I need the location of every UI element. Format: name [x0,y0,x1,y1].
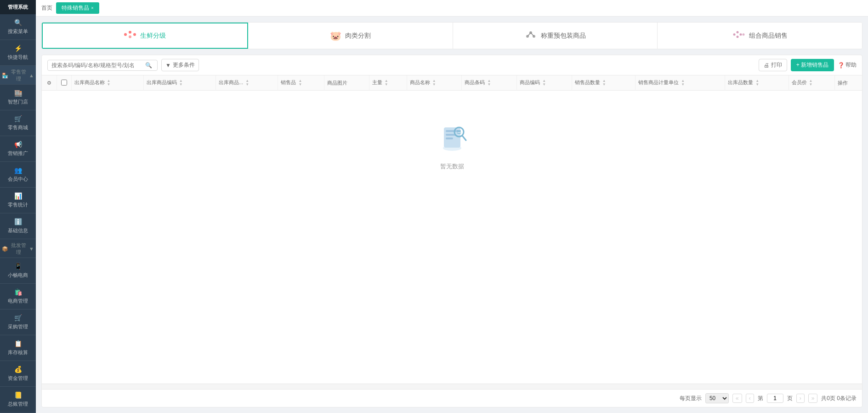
chevron-down-icon: ▲ [29,73,34,78]
sidebar-item-wholesale[interactable]: 📦 批发管理 ▼ [0,239,36,258]
svg-line-8 [531,33,534,36]
members-icon: 👥 [14,166,22,174]
th-sale-qty[interactable]: 销售品数量 ▲▼ [572,75,635,91]
last-page-btn[interactable]: » [808,394,818,403]
th-item-code[interactable]: 商品编码 ▲▼ [517,75,572,91]
meat-tab-label: 肉类分割 [345,32,371,40]
svg-point-13 [742,34,744,36]
per-page-label: 每页显示 [680,395,702,402]
category-tab-fresh[interactable]: 生鲜分级 [42,23,248,49]
th-sale-item[interactable]: 销售品 ▲▼ [278,75,324,91]
sort-icons: ▲▼ [542,79,546,86]
inventory-icon: 📋 [14,340,22,347]
th-item-img: 商品图片 [324,75,369,91]
th-out-name[interactable]: 出库商品名称 ▲▼ [71,75,143,91]
page-label: 第 [758,395,763,402]
horizontal-scrollbar[interactable] [42,384,862,389]
sort-icons: ▲▼ [755,79,759,86]
select-all-checkbox[interactable] [61,80,67,86]
th-settings[interactable]: ⚙ [42,75,57,91]
print-button[interactable]: 🖨 打印 [759,59,787,71]
sidebar: 管理系统 🔍 搜索菜单 ⚡ 快捷导航 🏪 零售管理 ▲ 🏬 智慧门店 🛒 零售商… [0,0,36,413]
svg-point-21 [457,130,459,132]
th-out-code[interactable]: 出库商品编码 ▲▼ [143,75,216,91]
sidebar-logo: 管理系统 [0,0,36,14]
sidebar-item-label: 营销推广 [8,150,28,157]
sidebar-item-finance[interactable]: 💰 资金管理 [0,361,36,387]
sidebar-item-inventory[interactable]: 📋 库存核算 [0,335,36,361]
sidebar-item-label: 库存核算 [8,349,28,356]
category-tab-combo[interactable]: 组合商品销售 [658,23,862,49]
per-page-select[interactable]: 50 10 20 100 [705,393,729,403]
th-checkbox[interactable] [57,75,71,91]
th-out-spec[interactable]: 出库商品... ▲▼ [216,75,278,91]
sidebar-item-miniecom[interactable]: 📱 小畅电商 [0,258,36,284]
sidebar-item-smartstore[interactable]: 🏬 智慧门店 [0,85,36,110]
search-box[interactable]: 🔍 [47,60,158,71]
th-sale-unit[interactable]: 销售商品计量单位 ▲▼ [635,75,725,91]
empty-icon [434,118,471,155]
th-out-qty[interactable]: 出库品数量 ▲▼ [725,75,789,91]
sidebar-item-purchase[interactable]: 🛒 采购管理 [0,310,36,335]
table-area: 🔍 ▼ 更多条件 🖨 打印 + 新增销售品 [41,55,862,407]
filter-icon: ▼ [165,62,171,69]
sidebar-item-ecom[interactable]: 🛍️ 电商管理 [0,284,36,310]
page-suffix: 页 [787,395,793,402]
th-member-price[interactable]: 会员价 ▲▼ [789,75,835,91]
total-label: 共0页 0条记录 [821,395,857,402]
sidebar-item-retailstats[interactable]: 📊 零售统计 [0,188,36,213]
chevron-down-icon: ▼ [29,246,34,252]
search-input[interactable] [51,62,143,69]
sidebar-item-label: 会员中心 [8,176,28,183]
sidebar-item-label: 快捷导航 [8,54,28,61]
page-input[interactable] [767,394,783,403]
sort-icons: ▲▼ [179,79,183,86]
sort-icons: ▲▼ [298,79,302,86]
fresh-tab-icon [124,30,136,41]
sidebar-item-label: 搜索菜单 [8,28,28,35]
table: ⚙ 出库商品名称 ▲▼ [42,75,862,91]
retail-icon: 🏪 [2,73,8,79]
category-tab-meat[interactable]: 🐷 肉类分割 [248,23,453,49]
topbar-tab-close[interactable]: × [91,6,94,11]
th-weight[interactable]: 主量 ▲▼ [369,75,407,91]
prev-page-btn[interactable]: ‹ [746,394,754,403]
svg-point-2 [133,33,136,36]
sort-icons: ▲▼ [245,79,249,86]
sidebar-item-label: 零售商城 [8,124,28,131]
filter-button[interactable]: ▼ 更多条件 [161,59,199,71]
sidebar-item-basicinfo[interactable]: ℹ️ 基础信息 [0,213,36,239]
combo-tab-icon [732,30,745,41]
sidebar-item-members[interactable]: 👥 会员中心 [0,162,36,188]
search-icon: 🔍 [145,62,152,69]
category-tab-weighpkg[interactable]: 称重预包装商品 [453,23,658,49]
sidebar-item-label: 资金管理 [8,375,28,382]
first-page-btn[interactable]: « [732,394,742,403]
basicinfo-icon: ℹ️ [14,218,22,225]
sort-icons: ▲▼ [487,79,491,86]
sidebar-item-search[interactable]: 🔍 搜索菜单 [0,14,36,40]
help-button[interactable]: ❓ 帮助 [838,61,857,69]
topbar-home[interactable]: 首页 [41,4,52,12]
weighpkg-tab-label: 称重预包装商品 [541,32,586,40]
sidebar-item-label: 智慧门店 [8,98,28,105]
sort-icons: ▲▼ [432,79,436,86]
sidebar-item-retail[interactable]: 🏪 零售管理 ▲ [0,66,36,85]
search-menu-icon: 🔍 [14,19,22,26]
sidebar-item-ledger[interactable]: 📒 总账管理 [0,387,36,413]
add-button[interactable]: + 新增销售品 [791,59,834,71]
sidebar-item-marketing[interactable]: 📢 营销推广 [0,136,36,162]
svg-point-1 [129,31,131,34]
topbar-active-tab[interactable]: 特殊销售品 × [56,2,99,14]
sidebar-item-label: 采购管理 [8,323,28,330]
next-page-btn[interactable]: › [796,394,805,403]
th-item-name[interactable]: 商品名称 ▲▼ [407,75,462,91]
empty-text: 暂无数据 [440,162,464,171]
miniecom-icon: 📱 [14,263,22,270]
sidebar-item-quicknav[interactable]: ⚡ 快捷导航 [0,40,36,66]
sidebar-item-label: 电商管理 [8,298,28,304]
help-icon: ❓ [838,62,845,69]
th-item-barcode[interactable]: 商品条码 ▲▼ [462,75,517,91]
sidebar-item-retailmall[interactable]: 🛒 零售商城 [0,110,36,136]
svg-point-0 [124,33,127,36]
